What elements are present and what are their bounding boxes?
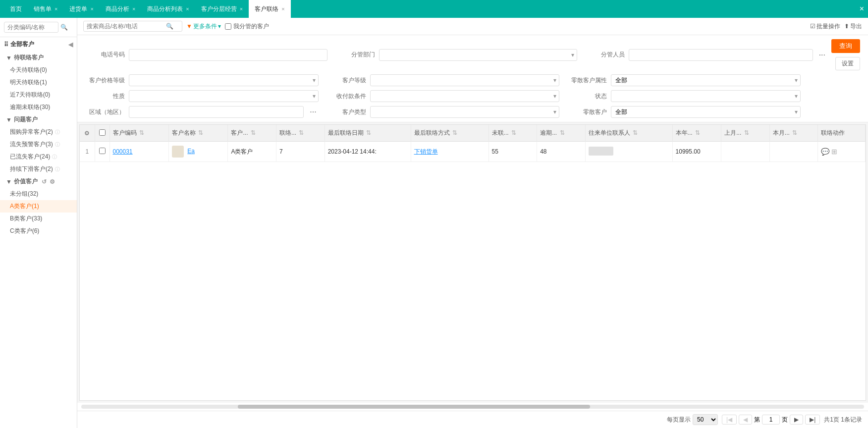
scatter-wrapper: 全部 ▾ xyxy=(611,106,801,118)
td-checkbox xyxy=(95,142,109,162)
status-select[interactable] xyxy=(611,90,801,102)
sidebar-search-icon[interactable]: 🔍 xyxy=(60,24,68,31)
problem-arrow-icon: ▼ xyxy=(6,116,12,123)
sidebar-item-tomorrow[interactable]: 明天待联络(1) xyxy=(0,76,77,89)
region-input[interactable] xyxy=(129,106,304,118)
nav-home[interactable]: 首页 xyxy=(4,0,28,18)
dept-select-wrapper: ▾ xyxy=(379,49,578,61)
pagination: 每页显示 50 100 200 |◀ ◀ 第 页 ▶ ▶| 共1页 1条记录 xyxy=(77,411,868,428)
all-customers-header[interactable]: ⠿ 全部客户 ◀ xyxy=(0,37,77,52)
this-year-sort-icon: ⇅ xyxy=(695,129,700,136)
scrollbar-thumb[interactable] xyxy=(238,405,590,409)
settings-btn[interactable]: 设置 xyxy=(835,57,860,70)
prev-page-btn[interactable]: ◀ xyxy=(739,415,752,425)
sidebar: 🔍 ⠿ 全部客户 ◀ ▼ 待联络客户 今天待联络(0) 明天待联络(1) 近7天… xyxy=(0,18,77,428)
sidebar-item-lostwarning[interactable]: 流失预警客户(3) ⓘ xyxy=(0,138,77,151)
nav-sales[interactable]: 销售单 × xyxy=(28,0,63,18)
price-level-select[interactable] xyxy=(129,74,319,86)
close-purchase-tab[interactable]: × xyxy=(90,6,93,12)
my-customers-checkbox[interactable] xyxy=(225,23,231,30)
scatter-attr-select[interactable]: 全部 xyxy=(611,74,801,86)
sidebar-item-ungrouped[interactable]: 未分组(32) xyxy=(0,188,77,200)
value-refresh-icon[interactable]: ↺ xyxy=(42,178,47,185)
sidebar-collapse-icon[interactable]: ◀ xyxy=(68,41,73,48)
group-problem-customers[interactable]: ▼ 问题客户 xyxy=(0,113,77,126)
close-product-analysis-tab[interactable]: × xyxy=(132,6,135,12)
table-gear-icon[interactable]: ⚙ xyxy=(84,130,90,137)
value-settings-icon[interactable]: ⚙ xyxy=(50,178,55,185)
first-page-btn[interactable]: |◀ xyxy=(722,415,737,425)
sidebar-item-today[interactable]: 今天待联络(0) xyxy=(0,64,77,76)
qr-action-icon[interactable]: ⊞ xyxy=(831,148,837,156)
nature-select[interactable] xyxy=(129,90,319,102)
close-customer-tier-tab[interactable]: × xyxy=(240,6,243,12)
customer-code-link[interactable]: 000031 xyxy=(113,148,133,155)
close-sales-tab[interactable]: × xyxy=(54,6,57,12)
group-value-customers[interactable]: ▼ 价值客户 ↺ ⚙ xyxy=(0,175,77,188)
per-page-selector: 每页显示 50 100 200 xyxy=(667,414,718,425)
sidebar-item-lost[interactable]: 已流失客户(24) ⓘ xyxy=(0,151,77,163)
sidebar-item-class-a[interactable]: A类客户(1) xyxy=(0,200,77,213)
scatter-select[interactable]: 全部 xyxy=(611,106,801,118)
row-checkbox[interactable] xyxy=(99,148,106,154)
last-page-btn[interactable]: ▶| xyxy=(805,415,820,425)
filter-scatter: 零散客户 全部 ▾ xyxy=(567,106,801,118)
cust-type-wrapper: ▾ xyxy=(370,106,560,118)
contacts-sort-icon: ⇅ xyxy=(633,129,638,136)
main-search-input[interactable] xyxy=(87,23,166,30)
query-buttons: 查询 设置 xyxy=(831,39,860,70)
filter-manager: 分管人员 ··· xyxy=(585,49,827,61)
per-page-select[interactable]: 50 100 200 xyxy=(693,414,718,425)
next-page-btn[interactable]: ▶ xyxy=(790,415,803,425)
sidebar-item-abnormal[interactable]: 囤购异常客户(2) ⓘ xyxy=(0,126,77,138)
customer-name-link[interactable]: Ea xyxy=(187,148,195,155)
search-box: 🔍 xyxy=(83,21,182,32)
cust-level-select[interactable] xyxy=(370,74,560,86)
export-btn[interactable]: ⬆ 导出 xyxy=(844,22,862,31)
scrollbar-track[interactable] xyxy=(81,405,864,409)
payment-select[interactable] xyxy=(370,90,560,102)
manager-more-btn[interactable]: ··· xyxy=(817,51,827,59)
filter-bar: 🔍 ▼ 更多条件 ▾ 我分管的客户 ☑ 批量操作 ⬆ 导出 xyxy=(77,18,868,35)
region-more-btn[interactable]: ··· xyxy=(308,107,318,116)
manager-input[interactable] xyxy=(629,49,813,61)
cust-type-select[interactable] xyxy=(370,106,560,118)
sidebar-item-class-c[interactable]: C类客户(6) xyxy=(0,225,77,237)
payment-wrapper: ▾ xyxy=(370,90,560,102)
close-all-tabs[interactable]: × xyxy=(860,4,864,13)
pending-arrow-icon: ▼ xyxy=(6,54,12,61)
select-all-checkbox[interactable] xyxy=(99,129,106,136)
nav-customer-tier[interactable]: 客户分层经营 × xyxy=(195,0,249,18)
filter-row-1: 电话号码 分管部门 ▾ 分管人员 ··· xyxy=(85,39,860,70)
dept-select[interactable] xyxy=(379,49,578,61)
close-product-list-tab[interactable]: × xyxy=(186,6,189,12)
filter-status: 状态 ▾ xyxy=(567,90,801,102)
price-level-label: 客户价格等级 xyxy=(85,76,125,85)
query-btn[interactable]: 查询 xyxy=(831,39,860,53)
contact-sort-icon: ⇅ xyxy=(299,129,304,136)
sidebar-item-class-b[interactable]: B类客户(33) xyxy=(0,213,77,225)
name-sort-icon: ⇅ xyxy=(198,129,203,136)
sidebar-search-input[interactable] xyxy=(4,22,58,33)
group-pending-contact[interactable]: ▼ 待联络客户 xyxy=(0,52,77,64)
nav-customer-contact[interactable]: 客户联络 × xyxy=(249,0,290,18)
close-customer-contact-tab[interactable]: × xyxy=(281,6,284,12)
nav-product-list[interactable]: 商品分析列表 × xyxy=(141,0,195,18)
sidebar-item-overdue[interactable]: 逾期未联络(30) xyxy=(0,101,77,113)
sidebar-item-week[interactable]: 近7天待联络(0) xyxy=(0,89,77,101)
last-method-link[interactable]: 下销货单 xyxy=(414,148,438,155)
last-method-sort-icon: ⇅ xyxy=(452,129,457,136)
info-icon-abnormal: ⓘ xyxy=(55,129,60,136)
uncontacted-sort-icon: ⇅ xyxy=(511,129,516,136)
phone-input[interactable] xyxy=(129,49,327,61)
checkbox-batch-icon: ☑ xyxy=(810,23,815,30)
batch-op-btn[interactable]: ☑ 批量操作 xyxy=(810,22,840,31)
sidebar-item-declining[interactable]: 持续下滑客户(2) ⓘ xyxy=(0,163,77,175)
nav-purchase[interactable]: 进货单 × xyxy=(63,0,99,18)
message-action-icon[interactable]: 💬 xyxy=(821,148,829,156)
nav-product-analysis[interactable]: 商品分析 × xyxy=(100,0,141,18)
more-conditions-btn[interactable]: ▼ 更多条件 ▾ xyxy=(186,22,221,31)
page-number-input[interactable] xyxy=(762,415,780,425)
contacts-placeholder xyxy=(589,147,613,156)
main-search-icon[interactable]: 🔍 xyxy=(166,23,173,30)
